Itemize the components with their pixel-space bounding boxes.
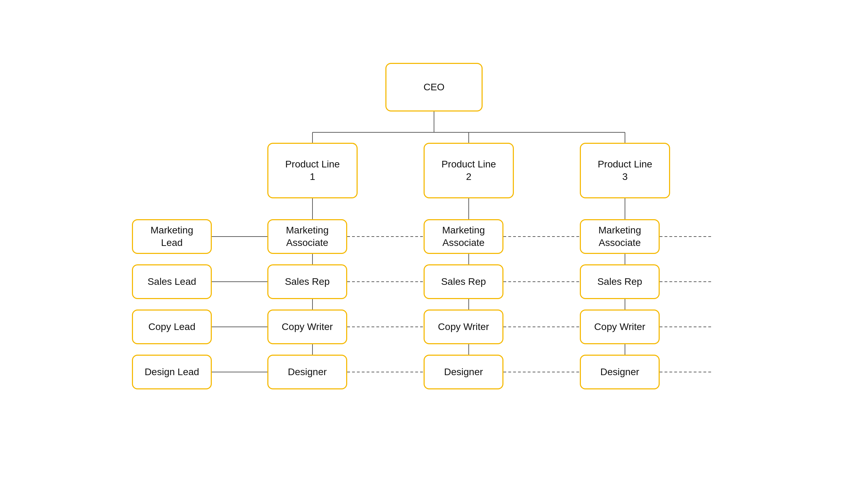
- sr3-node: Sales Rep: [580, 264, 660, 299]
- ceo-label: CEO: [424, 81, 445, 93]
- ma2-label: Marketing Associate: [442, 224, 485, 249]
- ma2-node: Marketing Associate: [424, 219, 503, 254]
- sr2-label: Sales Rep: [441, 275, 486, 288]
- marketing-lead-node: Marketing Lead: [132, 219, 212, 254]
- pl2-label: Product Line 2: [441, 158, 496, 183]
- ma1-label: Marketing Associate: [286, 224, 329, 249]
- cw2-node: Copy Writer: [424, 309, 503, 344]
- ceo-node: CEO: [385, 63, 483, 112]
- pl3-label: Product Line 3: [598, 158, 652, 183]
- pl2-node: Product Line 2: [424, 143, 514, 198]
- cw2-label: Copy Writer: [438, 321, 489, 333]
- copy-lead-node: Copy Lead: [132, 309, 212, 344]
- cw3-label: Copy Writer: [594, 321, 645, 333]
- sr1-node: Sales Rep: [267, 264, 347, 299]
- ma3-label: Marketing Associate: [599, 224, 641, 249]
- pl1-label: Product Line 1: [285, 158, 340, 183]
- sr1-label: Sales Rep: [285, 275, 329, 288]
- ma3-node: Marketing Associate: [580, 219, 660, 254]
- des2-node: Designer: [424, 355, 503, 389]
- cw1-label: Copy Writer: [282, 321, 333, 333]
- marketing-lead-label: Marketing Lead: [151, 224, 193, 249]
- pl1-node: Product Line 1: [267, 143, 358, 198]
- sr2-node: Sales Rep: [424, 264, 503, 299]
- design-lead-label: Design Lead: [144, 366, 199, 378]
- des3-label: Designer: [600, 366, 639, 378]
- des2-label: Designer: [444, 366, 483, 378]
- cw1-node: Copy Writer: [267, 309, 347, 344]
- org-chart: CEO Product Line 1 Product Line 2 Produc…: [122, 52, 746, 435]
- sales-lead-label: Sales Lead: [148, 275, 196, 288]
- sales-lead-node: Sales Lead: [132, 264, 212, 299]
- sr3-label: Sales Rep: [597, 275, 642, 288]
- des1-node: Designer: [267, 355, 347, 389]
- des3-node: Designer: [580, 355, 660, 389]
- cw3-node: Copy Writer: [580, 309, 660, 344]
- pl3-node: Product Line 3: [580, 143, 670, 198]
- design-lead-node: Design Lead: [132, 355, 212, 389]
- copy-lead-label: Copy Lead: [148, 321, 195, 333]
- ma1-node: Marketing Associate: [267, 219, 347, 254]
- des1-label: Designer: [288, 366, 327, 378]
